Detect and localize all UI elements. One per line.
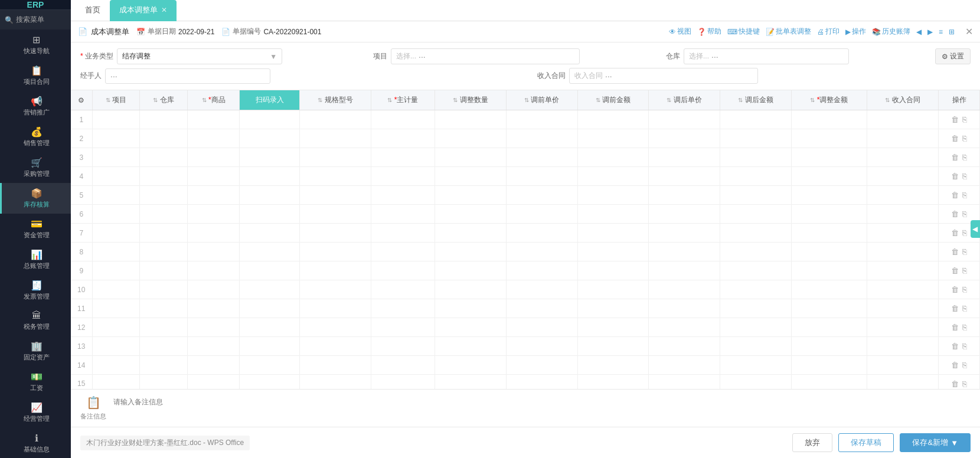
col-product[interactable]: ⇅ *商品 [187,90,239,110]
row-2-income-contract[interactable] [867,129,939,148]
row-15-before-price[interactable] [506,375,577,390]
save-draft-button[interactable]: 保存草稿 [838,433,894,452]
row-13-scan[interactable] [240,337,300,356]
income-contract-input[interactable]: 收入合同 ··· [569,68,758,84]
row-5-adjust-amount[interactable] [791,186,867,205]
row-4-product[interactable] [187,167,239,186]
col-adjust-amount[interactable]: ⇅ *调整金额 [791,90,867,110]
row-8-adjust-amount[interactable] [791,243,867,261]
sidebar-item-sales[interactable]: 💰 销售管理 [0,122,71,152]
row-13-copy-icon[interactable]: ⎘ [962,342,967,351]
row-10-delete-icon[interactable]: 🗑 [951,285,959,294]
row-12-qty[interactable] [435,318,507,337]
row-10-unit[interactable] [371,280,435,299]
help-button[interactable]: ❓ 帮助 [697,27,721,37]
row-1-income-contract[interactable] [867,110,939,129]
row-1-unit[interactable] [371,110,435,129]
tab-close-icon[interactable]: ✕ [161,6,167,14]
row-4-unit[interactable] [371,167,435,186]
col-spec[interactable]: ⇅ 规格型号 [300,90,371,110]
row-6-copy-icon[interactable]: ⎘ [962,210,967,218]
row-15-after-amount[interactable] [720,375,792,390]
row-14-unit[interactable] [371,356,435,375]
row-12-copy-icon[interactable]: ⎘ [962,323,967,332]
col-income-contract[interactable]: ⇅ 收入合同 [867,90,939,110]
sidebar-item-quick-nav[interactable]: ⊞ 快速导航 [0,30,71,60]
row-12-spec[interactable] [300,318,371,337]
row-15-income-contract[interactable] [867,375,939,390]
row-13-qty[interactable] [435,337,507,356]
row-7-delete-icon[interactable]: 🗑 [951,228,959,237]
row-2-adjust-amount[interactable] [791,129,867,148]
row-14-copy-icon[interactable]: ⎘ [962,361,967,369]
sidebar-item-ledger[interactable]: 📊 总账管理 [0,244,71,275]
row-4-delete-icon[interactable]: 🗑 [951,172,959,181]
row-3-warehouse[interactable] [140,148,188,167]
row-13-warehouse[interactable] [140,337,188,356]
row-5-after-price[interactable] [649,186,720,205]
row-10-copy-icon[interactable]: ⎘ [962,285,967,294]
row-15-unit[interactable] [371,375,435,390]
row-3-delete-icon[interactable]: 🗑 [951,153,959,162]
row-1-adjust-amount[interactable] [791,110,867,129]
sidebar-item-payroll[interactable]: 💵 工资 [0,367,71,397]
row-1-copy-icon[interactable]: ⎘ [962,115,967,124]
save-new-dropdown-icon[interactable]: ▼ [950,439,958,447]
row-14-before-amount[interactable] [577,356,649,375]
row-2-copy-icon[interactable]: ⎘ [962,134,967,143]
row-14-before-price[interactable] [506,356,577,375]
col-before-price[interactable]: ⇅ 调前单价 [506,90,577,110]
row-12-unit[interactable] [371,318,435,337]
tab-cost-adjust[interactable]: 成本调整单 ✕ [110,0,177,21]
row-11-before-amount[interactable] [577,299,649,318]
row-10-after-amount[interactable] [720,280,792,299]
row-7-project[interactable] [92,224,140,243]
row-2-before-price[interactable] [506,129,577,148]
row-11-project[interactable] [92,299,140,318]
row-7-product[interactable] [187,224,239,243]
row-14-spec[interactable] [300,356,371,375]
row-8-before-amount[interactable] [577,243,649,261]
row-13-income-contract[interactable] [867,337,939,356]
row-11-scan[interactable] [240,299,300,318]
row-13-product[interactable] [187,337,239,356]
row-11-adjust-amount[interactable] [791,299,867,318]
row-9-before-amount[interactable] [577,261,649,280]
handler-input[interactable]: ··· [105,68,270,84]
row-11-income-contract[interactable] [867,299,939,318]
row-5-unit[interactable] [371,186,435,205]
col-warehouse[interactable]: ⇅ 仓库 [140,90,188,110]
row-6-after-price[interactable] [649,205,720,224]
row-11-unit[interactable] [371,299,435,318]
row-7-scan[interactable] [240,224,300,243]
row-5-before-amount[interactable] [577,186,649,205]
settings-button[interactable]: ⚙ 设置 [935,48,971,64]
row-4-after-amount[interactable] [720,167,792,186]
row-8-warehouse[interactable] [140,243,188,261]
row-6-project[interactable] [92,205,140,224]
row-5-copy-icon[interactable]: ⎘ [962,191,967,199]
row-9-spec[interactable] [300,261,371,280]
row-10-product[interactable] [187,280,239,299]
row-13-before-price[interactable] [506,337,577,356]
row-6-product[interactable] [187,205,239,224]
sidebar-item-inventory[interactable]: 📦 库存核算 [0,183,71,214]
row-9-delete-icon[interactable]: 🗑 [951,266,959,275]
col-settings[interactable]: ⚙ [71,90,92,110]
sidebar-item-tax[interactable]: 🏛 税务管理 [0,306,71,336]
row-3-project[interactable] [92,148,140,167]
row-14-qty[interactable] [435,356,507,375]
row-13-project[interactable] [92,337,140,356]
row-1-after-price[interactable] [649,110,720,129]
row-9-warehouse[interactable] [140,261,188,280]
col-qty[interactable]: ⇅ 调整数量 [435,90,507,110]
row-3-unit[interactable] [371,148,435,167]
row-12-after-price[interactable] [649,318,720,337]
row-11-qty[interactable] [435,299,507,318]
row-10-warehouse[interactable] [140,280,188,299]
row-2-before-amount[interactable] [577,129,649,148]
row-3-after-amount[interactable] [720,148,792,167]
row-6-scan[interactable] [240,205,300,224]
row-5-income-contract[interactable] [867,186,939,205]
row-13-adjust-amount[interactable] [791,337,867,356]
